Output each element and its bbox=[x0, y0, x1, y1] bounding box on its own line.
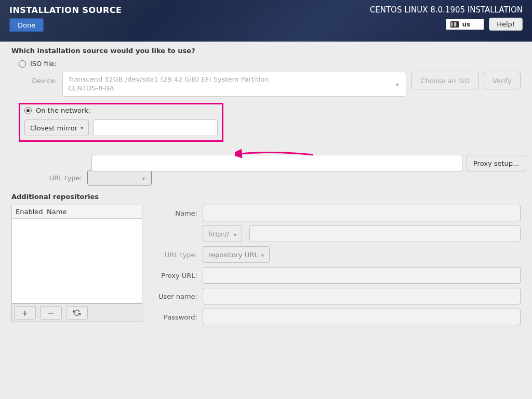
help-button[interactable]: Help! bbox=[489, 18, 523, 31]
chevron-down-icon bbox=[396, 80, 398, 89]
repo-name-label: Name: bbox=[157, 209, 197, 217]
mirror-url-input-inner[interactable] bbox=[93, 119, 218, 136]
proxy-setup-button[interactable]: Proxy setup... bbox=[467, 155, 526, 171]
user-name-label: User name: bbox=[157, 292, 197, 300]
chevron-down-icon bbox=[142, 174, 145, 182]
install-title: CENTOS LINUX 8.0.1905 INSTALLATION bbox=[370, 5, 523, 15]
source-question: Which installation source would you like… bbox=[11, 47, 521, 55]
keyboard-layout: us bbox=[462, 21, 470, 28]
page-title: INSTALLATION SOURCE bbox=[9, 5, 122, 15]
url-type-select[interactable] bbox=[87, 170, 152, 185]
device-select[interactable]: Transcend 32GB /dev/sda1 (29.42 GiB) EFI… bbox=[62, 72, 406, 97]
done-button[interactable]: Done bbox=[9, 18, 44, 32]
refresh-repo-button[interactable] bbox=[66, 306, 88, 320]
password-input[interactable] bbox=[203, 309, 521, 325]
verify-button[interactable]: Verify bbox=[484, 72, 521, 89]
radio-on-network[interactable] bbox=[24, 107, 32, 114]
closest-mirror-select[interactable]: Closest mirror bbox=[24, 119, 89, 136]
user-name-input[interactable] bbox=[203, 288, 521, 304]
mirror-url-input[interactable] bbox=[91, 155, 462, 171]
highlight-annotation: On the network: Closest mirror bbox=[19, 103, 223, 142]
device-label: Device: bbox=[19, 72, 57, 85]
add-repo-button[interactable]: + bbox=[14, 306, 36, 320]
repo-url-type-label: URL type: bbox=[157, 251, 197, 259]
chevron-down-icon bbox=[234, 230, 236, 238]
header: INSTALLATION SOURCE Done CENTOS LINUX 8.… bbox=[0, 0, 532, 42]
refresh-icon bbox=[73, 309, 81, 316]
iso-file-option[interactable]: ISO file: bbox=[11, 60, 521, 68]
repo-url-type-value: repository URL bbox=[208, 251, 258, 259]
device-line2: CENTOS-8-BA bbox=[68, 84, 390, 93]
device-line1: Transcend 32GB /dev/sda1 (29.42 GiB) EFI… bbox=[68, 75, 390, 84]
password-label: Password: bbox=[157, 313, 197, 321]
chevron-down-icon bbox=[261, 251, 264, 259]
chevron-down-icon bbox=[81, 125, 83, 131]
repo-protocol-label: http:// bbox=[208, 230, 229, 238]
closest-mirror-label: Closest mirror bbox=[30, 124, 77, 132]
repos-table[interactable]: Enabled Name bbox=[11, 205, 142, 303]
repo-url-type-select[interactable]: repository URL bbox=[203, 246, 270, 263]
keyboard-indicator[interactable]: us bbox=[446, 19, 484, 30]
th-name: Name bbox=[43, 205, 142, 218]
iso-file-label: ISO file: bbox=[30, 60, 57, 68]
url-type-label: URL type: bbox=[19, 174, 82, 182]
on-network-option[interactable]: On the network: bbox=[24, 107, 218, 114]
repo-name-input[interactable] bbox=[203, 205, 521, 221]
repo-url-input[interactable] bbox=[249, 225, 521, 242]
th-enabled: Enabled bbox=[12, 205, 43, 218]
additional-repos-title: Additional repositories bbox=[11, 193, 521, 201]
repo-protocol-select[interactable]: http:// bbox=[203, 225, 242, 242]
repos-toolbar: + − bbox=[11, 303, 142, 322]
keyboard-icon bbox=[450, 21, 459, 28]
proxy-url-label: Proxy URL: bbox=[157, 272, 197, 280]
remove-repo-button[interactable]: − bbox=[40, 306, 62, 320]
proxy-url-input[interactable] bbox=[203, 267, 521, 284]
on-network-label: On the network: bbox=[36, 107, 90, 114]
radio-iso-file[interactable] bbox=[19, 60, 26, 68]
choose-iso-button[interactable]: Choose an ISO bbox=[411, 72, 478, 89]
content: Which installation source would you like… bbox=[0, 42, 532, 330]
